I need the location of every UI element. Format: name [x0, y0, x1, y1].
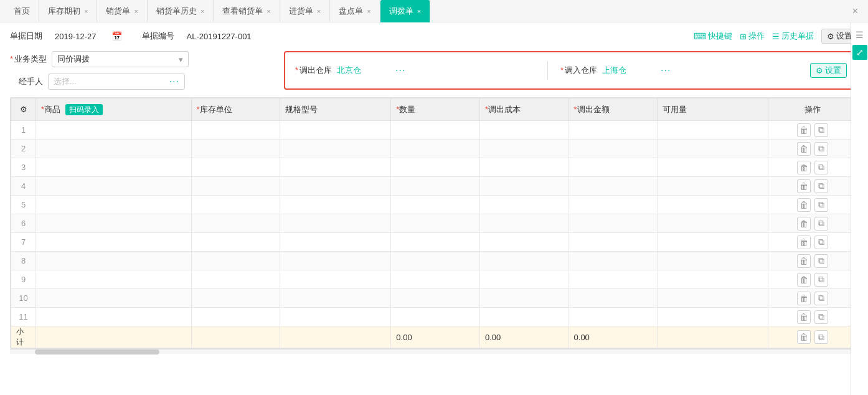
qty-cell[interactable] [391, 177, 480, 196]
spec-cell[interactable] [280, 214, 391, 233]
shortcut-link[interactable]: ⌨ 快捷键 [694, 31, 732, 42]
ops-link[interactable]: ⊞ 操作 [740, 31, 765, 42]
spec-cell[interactable] [280, 233, 391, 252]
subtotal-delete-btn[interactable]: 🗑 [797, 330, 811, 344]
cost-cell[interactable] [479, 214, 568, 233]
available-cell[interactable] [658, 140, 768, 158]
qty-cell[interactable] [391, 233, 480, 252]
spec-cell[interactable] [280, 140, 391, 158]
available-cell[interactable] [658, 158, 768, 177]
delete-row-btn[interactable]: 🗑 [797, 123, 811, 137]
tab-home[interactable]: 首页 [5, 0, 39, 22]
tab-purchase-order[interactable]: 进货单 × [280, 0, 330, 22]
horizontal-scrollbar[interactable] [10, 349, 858, 354]
amount-cell[interactable] [568, 196, 658, 214]
spec-cell[interactable] [280, 121, 391, 140]
amount-cell[interactable] [568, 177, 658, 196]
spec-cell[interactable] [280, 270, 391, 289]
spec-cell[interactable] [280, 177, 391, 196]
available-cell[interactable] [658, 177, 768, 196]
qty-cell[interactable] [391, 289, 480, 308]
qty-cell[interactable] [391, 214, 480, 233]
copy-row-btn[interactable]: ⧉ [814, 254, 828, 268]
tab-transfer-order[interactable]: 调拨单 × [380, 0, 430, 22]
qty-cell[interactable] [391, 158, 480, 177]
qty-cell[interactable] [391, 252, 480, 270]
close-tab-inventory-init[interactable]: × [84, 7, 88, 15]
amount-cell[interactable] [568, 289, 658, 308]
available-cell[interactable] [658, 252, 768, 270]
available-cell[interactable] [658, 214, 768, 233]
copy-row-btn[interactable]: ⧉ [814, 123, 828, 137]
amount-cell[interactable] [568, 121, 658, 140]
close-tab-sales-history[interactable]: × [200, 7, 204, 15]
cost-cell[interactable] [479, 121, 568, 140]
transfer-in-more-btn[interactable]: ··· [661, 65, 671, 76]
available-cell[interactable] [658, 289, 768, 308]
spec-cell[interactable] [280, 289, 391, 308]
close-tab-sales-order[interactable]: × [134, 7, 138, 15]
available-cell[interactable] [658, 121, 768, 140]
unit-cell[interactable] [191, 233, 280, 252]
amount-cell[interactable] [568, 140, 658, 158]
close-tab-transfer-order[interactable]: × [417, 7, 421, 15]
amount-cell[interactable] [568, 270, 658, 289]
delete-row-btn[interactable]: 🗑 [797, 198, 811, 212]
product-cell[interactable] [36, 252, 192, 270]
delete-row-btn[interactable]: 🗑 [797, 273, 811, 287]
qty-cell[interactable] [391, 196, 480, 214]
delete-row-btn[interactable]: 🗑 [797, 254, 811, 268]
copy-row-btn[interactable]: ⧉ [814, 292, 828, 305]
amount-cell[interactable] [568, 214, 658, 233]
sidebar-list-icon[interactable]: ☰ [852, 27, 867, 42]
tab-inventory-init[interactable]: 库存期初 × [39, 0, 97, 22]
copy-row-btn[interactable]: ⧉ [814, 179, 828, 193]
close-tab-inventory-check[interactable]: × [367, 7, 370, 15]
tab-view-sales[interactable]: 查看销货单 × [214, 0, 280, 22]
tab-inventory-check[interactable]: 盘点单 × [330, 0, 380, 22]
warehouse-settings-button[interactable]: ⚙ 设置 [810, 63, 847, 78]
copy-row-btn[interactable]: ⧉ [814, 310, 828, 324]
cost-cell[interactable] [479, 177, 568, 196]
product-cell[interactable] [36, 233, 192, 252]
unit-cell[interactable] [191, 121, 280, 140]
delete-row-btn[interactable]: 🗑 [797, 179, 811, 193]
unit-cell[interactable] [191, 158, 280, 177]
product-cell[interactable] [36, 140, 192, 158]
unit-cell[interactable] [191, 270, 280, 289]
amount-cell[interactable] [568, 158, 658, 177]
unit-cell[interactable] [191, 196, 280, 214]
scroll-thumb[interactable] [35, 350, 159, 355]
product-cell[interactable] [36, 289, 192, 308]
tab-sales-order[interactable]: 销货单 × [97, 0, 147, 22]
delete-row-btn[interactable]: 🗑 [797, 217, 811, 231]
spec-cell[interactable] [280, 308, 391, 326]
col-settings[interactable]: ⚙ [11, 98, 36, 121]
cost-cell[interactable] [479, 140, 568, 158]
copy-row-btn[interactable]: ⧉ [814, 161, 828, 174]
copy-row-btn[interactable]: ⧉ [814, 198, 828, 212]
available-cell[interactable] [658, 308, 768, 326]
cost-cell[interactable] [479, 158, 568, 177]
delete-row-btn[interactable]: 🗑 [797, 310, 811, 324]
copy-row-btn[interactable]: ⧉ [814, 236, 828, 249]
handler-more-btn[interactable]: ··· [169, 76, 179, 87]
unit-cell[interactable] [191, 214, 280, 233]
copy-row-btn[interactable]: ⧉ [814, 142, 828, 156]
qty-cell[interactable] [391, 121, 480, 140]
available-cell[interactable] [658, 196, 768, 214]
unit-cell[interactable] [191, 289, 280, 308]
delete-row-btn[interactable]: 🗑 [797, 161, 811, 174]
qty-cell[interactable] [391, 308, 480, 326]
delete-row-btn[interactable]: 🗑 [797, 142, 811, 156]
calendar-icon[interactable]: 📅 [111, 31, 122, 41]
available-cell[interactable] [658, 233, 768, 252]
spec-cell[interactable] [280, 196, 391, 214]
product-cell[interactable] [36, 121, 192, 140]
delete-row-btn[interactable]: 🗑 [797, 292, 811, 305]
cost-cell[interactable] [479, 233, 568, 252]
amount-cell[interactable] [568, 308, 658, 326]
scan-input-btn[interactable]: 扫码录入 [65, 104, 103, 115]
unit-cell[interactable] [191, 308, 280, 326]
close-tab-view-sales[interactable]: × [267, 7, 270, 15]
